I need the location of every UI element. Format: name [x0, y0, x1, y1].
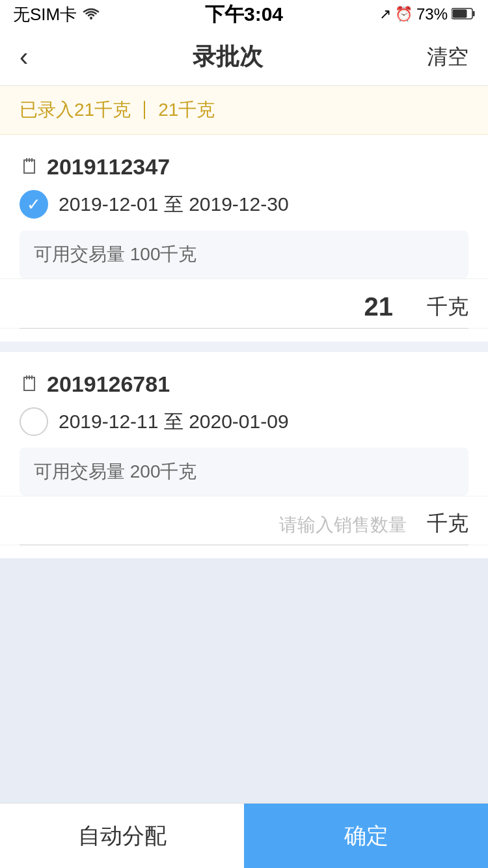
batch2-date: 2019-12-11 至 2020-01-09	[59, 409, 289, 435]
batch2-input-row: 千克	[0, 496, 488, 545]
location-icon: ↗	[379, 6, 391, 23]
status-right: ↗ ⏰ 73%	[379, 5, 475, 23]
page-title: 录批次	[193, 41, 263, 73]
summary-divider	[144, 101, 145, 119]
carrier-text: 无SIM卡	[13, 3, 77, 26]
auto-distribute-button[interactable]: 自动分配	[0, 804, 244, 868]
batch-card-2: 🗒 2019126781 2019-12-11 至 2020-01-09 可用交…	[0, 352, 488, 496]
batch1-header: 🗒 2019112347	[20, 154, 468, 180]
battery-percentage: 73%	[416, 5, 448, 23]
batch2-qty-input[interactable]	[156, 512, 416, 536]
batch1-available: 可用交易量 100千克	[20, 230, 468, 278]
clear-button[interactable]: 清空	[427, 43, 468, 72]
batch1-qty-value: 21	[364, 292, 394, 321]
svg-rect-2	[473, 11, 475, 16]
battery-icon	[452, 5, 475, 23]
wifi-icon	[82, 5, 100, 25]
batch1-id: 2019112347	[47, 154, 170, 180]
batch-card-1: 🗒 2019112347 ✓ 2019-12-01 至 2019-12-30 可…	[0, 135, 488, 278]
batch2-radio[interactable]	[20, 407, 48, 436]
batch1-qty-row: 21 千克	[0, 278, 488, 328]
status-bar: 无SIM卡 下午3:04 ↗ ⏰ 73%	[0, 0, 488, 29]
batch1-card-bottom	[0, 329, 488, 342]
section-divider-1	[0, 342, 488, 352]
batch2-id: 2019126781	[47, 372, 170, 397]
summary-label: 已录入21千克	[20, 98, 131, 122]
status-carrier: 无SIM卡	[13, 3, 100, 26]
batch1-icon: 🗒	[20, 155, 40, 179]
bottom-bar: 自动分配 确定	[0, 803, 488, 868]
batch1-qty-unit: 千克	[427, 293, 468, 321]
batch2-available: 可用交易量 200千克	[20, 448, 468, 496]
alarm-icon: ⏰	[395, 6, 413, 23]
batch2-header: 🗒 2019126781	[20, 372, 468, 397]
status-time: 下午3:04	[205, 1, 283, 28]
batch1-check-icon: ✓	[27, 196, 41, 213]
batch2-input-unit: 千克	[427, 509, 468, 538]
batch1-radio[interactable]: ✓	[20, 190, 48, 219]
nav-bar: ‹ 录批次 清空	[0, 29, 488, 86]
batch1-date: 2019-12-01 至 2019-12-30	[59, 191, 289, 218]
content-area: 🗒 2019112347 ✓ 2019-12-01 至 2019-12-30 可…	[0, 135, 488, 852]
batch2-available-text: 可用交易量 200千克	[34, 461, 197, 481]
batch2-icon: 🗒	[20, 372, 40, 396]
batch1-available-text: 可用交易量 100千克	[34, 244, 197, 264]
confirm-button[interactable]: 确定	[244, 804, 488, 868]
batch2-date-row[interactable]: 2019-12-11 至 2020-01-09	[20, 407, 468, 436]
summary-value: 21千克	[158, 98, 215, 122]
batch1-date-row[interactable]: ✓ 2019-12-01 至 2019-12-30	[20, 190, 468, 219]
batch2-card-bottom	[0, 545, 488, 558]
summary-banner: 已录入21千克 21千克	[0, 86, 488, 135]
svg-rect-3	[453, 10, 467, 18]
svg-point-0	[90, 17, 92, 20]
back-button[interactable]: ‹	[20, 42, 28, 72]
